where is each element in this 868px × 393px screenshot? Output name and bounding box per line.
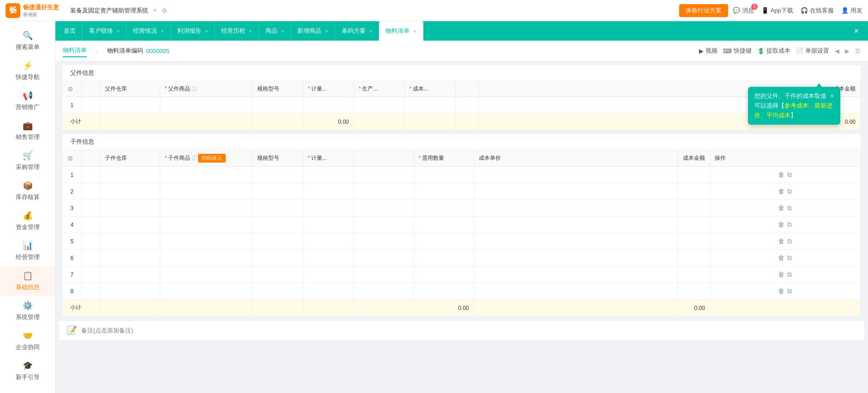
child-qty-2[interactable] bbox=[414, 183, 474, 200]
parent-cost-cell[interactable] bbox=[404, 97, 455, 114]
sidebar-item-system[interactable]: ⚙️ 系统管理 bbox=[0, 296, 55, 326]
tab-history[interactable]: 经营历程 × bbox=[215, 21, 259, 41]
child-warehouse-3[interactable] bbox=[100, 200, 160, 217]
child-product-4[interactable] bbox=[160, 217, 252, 233]
child-product-5[interactable] bbox=[160, 233, 252, 250]
nav-next-icon[interactable]: ▶ bbox=[845, 48, 850, 54]
copy-row-4-icon[interactable]: ⧉ bbox=[787, 221, 792, 229]
child-product-3[interactable] bbox=[160, 200, 252, 217]
subheader-tab-bom[interactable]: 物料清单 bbox=[63, 44, 87, 57]
sidebar-item-collab[interactable]: 🤝 企业协同 bbox=[0, 326, 55, 356]
child-product-2[interactable] bbox=[160, 183, 252, 200]
child-spec-5[interactable] bbox=[252, 233, 303, 250]
copy-row-1-icon[interactable]: ⧉ bbox=[787, 171, 792, 179]
child-spec-2[interactable] bbox=[252, 183, 303, 200]
delete-row-7-icon[interactable]: 🗑 bbox=[778, 271, 784, 278]
parent-produce-cell[interactable] bbox=[354, 97, 404, 114]
tab-profit[interactable]: 利润报告 × bbox=[171, 21, 215, 41]
close-tab-new-product[interactable]: × bbox=[325, 28, 328, 34]
parent-unit-cell[interactable] bbox=[303, 97, 354, 114]
child-warehouse-8[interactable] bbox=[100, 283, 160, 300]
tab-bom[interactable]: 物料清单 × bbox=[379, 21, 423, 41]
child-spec-3[interactable] bbox=[252, 200, 303, 217]
extract-cost-action[interactable]: 💲 提取成本 bbox=[757, 47, 790, 55]
child-uprice-2[interactable] bbox=[474, 183, 677, 200]
copy-row-8-icon[interactable]: ⧉ bbox=[787, 287, 792, 295]
close-tab-operations[interactable]: × bbox=[161, 28, 163, 34]
delete-row-2-icon[interactable]: 🗑 bbox=[778, 187, 784, 195]
child-warehouse-1[interactable] bbox=[100, 167, 160, 183]
child-product-7[interactable] bbox=[160, 266, 252, 283]
copy-row-7-icon[interactable]: ⧉ bbox=[787, 271, 792, 278]
child-uprice-7[interactable] bbox=[474, 266, 677, 283]
child-spec-8[interactable] bbox=[252, 283, 303, 300]
delete-row-6-icon[interactable]: 🗑 bbox=[778, 254, 784, 262]
copy-row-2-icon[interactable]: ⧉ bbox=[787, 187, 792, 195]
child-spec-7[interactable] bbox=[252, 266, 303, 283]
sidebar-item-purchase[interactable]: 🛒 采购管理 bbox=[0, 146, 55, 176]
sidebar-item-quicknav[interactable]: ⚡ 快捷导航 bbox=[0, 56, 55, 86]
child-warehouse-6[interactable] bbox=[100, 250, 160, 266]
child-uprice-5[interactable] bbox=[474, 233, 677, 250]
close-tab-bom[interactable]: × bbox=[413, 28, 416, 34]
child-qty-4[interactable] bbox=[414, 217, 474, 233]
child-unit-3[interactable] bbox=[303, 200, 354, 217]
list-view-icon[interactable]: ☰ bbox=[855, 48, 861, 54]
child-uprice-3[interactable] bbox=[474, 200, 677, 217]
child-qty-7[interactable] bbox=[414, 266, 474, 283]
child-unit-5[interactable] bbox=[303, 233, 354, 250]
close-tab-barcode[interactable]: × bbox=[369, 28, 372, 34]
column-settings-icon[interactable]: ⚙ bbox=[67, 85, 73, 93]
sidebar-item-sales[interactable]: 💼 销售管理 bbox=[0, 116, 55, 146]
copy-row-3-icon[interactable]: ⧉ bbox=[787, 204, 792, 212]
note-input[interactable] bbox=[81, 327, 857, 334]
child-spec-1[interactable] bbox=[252, 167, 303, 183]
child-warehouse-4[interactable] bbox=[100, 217, 160, 233]
child-spec-4[interactable] bbox=[252, 217, 303, 233]
copy-row-5-icon[interactable]: ⧉ bbox=[787, 237, 792, 245]
sidebar-item-marketing[interactable]: 📢 营销推广 bbox=[0, 86, 55, 116]
sidebar-item-basic-info[interactable]: 📋 基础信息 bbox=[0, 266, 55, 296]
child-unit-4[interactable] bbox=[303, 217, 354, 233]
parent-product-cell[interactable] bbox=[160, 97, 252, 114]
parent-spec-cell[interactable] bbox=[252, 97, 303, 114]
child-uprice-4[interactable] bbox=[474, 217, 677, 233]
trial-button[interactable]: 体验行业方案 bbox=[679, 4, 728, 17]
close-tab-history[interactable]: × bbox=[249, 28, 252, 34]
child-unit-8[interactable] bbox=[303, 283, 354, 300]
tab-home[interactable]: 首页 bbox=[57, 21, 83, 41]
child-product-1[interactable] bbox=[160, 167, 252, 183]
shortcut-action[interactable]: ⌨ 快捷键 bbox=[723, 47, 752, 55]
child-product-8[interactable] bbox=[160, 283, 252, 300]
child-uprice-1[interactable] bbox=[474, 167, 677, 183]
scan-input-button[interactable]: 扫码录入 bbox=[198, 154, 226, 163]
parent-warehouse-cell[interactable] bbox=[100, 97, 160, 114]
delete-row-5-icon[interactable]: 🗑 bbox=[778, 237, 784, 245]
child-spec-6[interactable] bbox=[252, 250, 303, 266]
tab-operations[interactable]: 经营情况 × bbox=[127, 21, 170, 41]
close-tab-profit[interactable]: × bbox=[205, 28, 208, 34]
tab-new-product[interactable]: 新增商品 × bbox=[291, 21, 335, 41]
child-warehouse-5[interactable] bbox=[100, 233, 160, 250]
close-tab-customer[interactable]: × bbox=[117, 28, 120, 34]
child-unit-6[interactable] bbox=[303, 250, 354, 266]
child-qty-3[interactable] bbox=[414, 200, 474, 217]
child-qty-6[interactable] bbox=[414, 250, 474, 266]
message-button[interactable]: 💬 消息 6 bbox=[733, 6, 754, 15]
close-tab-products[interactable]: × bbox=[281, 28, 284, 34]
child-warehouse-7[interactable] bbox=[100, 266, 160, 283]
delete-row-1-icon[interactable]: 🗑 bbox=[778, 171, 784, 179]
video-action[interactable]: ▶ 视频 bbox=[699, 47, 717, 55]
child-qty-8[interactable] bbox=[414, 283, 474, 300]
doc-settings-action[interactable]: 📄 单据设置 bbox=[796, 47, 829, 55]
tab-customer[interactable]: 客户联络 × bbox=[83, 21, 127, 41]
delete-row-8-icon[interactable]: 🗑 bbox=[778, 287, 784, 295]
close-all-tabs-button[interactable]: × bbox=[850, 26, 862, 36]
settings-gear-icon[interactable]: ⚙ bbox=[162, 7, 168, 14]
app-download-button[interactable]: 📱 App下载 bbox=[761, 6, 793, 15]
tab-products[interactable]: 商品 × bbox=[259, 21, 291, 41]
child-uprice-8[interactable] bbox=[474, 283, 677, 300]
child-column-settings-icon[interactable]: ⚙ bbox=[67, 155, 73, 162]
user-avatar[interactable]: 👤 用友 bbox=[841, 6, 862, 15]
sidebar-item-guide[interactable]: 🎓 新手引导 bbox=[0, 356, 55, 386]
